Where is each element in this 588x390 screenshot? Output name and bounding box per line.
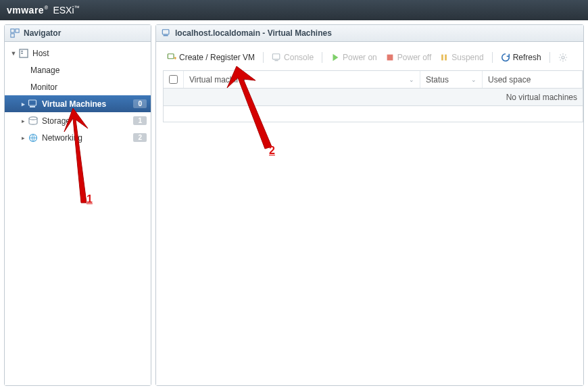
vm-table: Virtual machine ⌄ Status ⌄ Used space No… — [163, 70, 583, 122]
settings-button[interactable] — [554, 51, 572, 64]
collapse-icon[interactable]: ▼ — [9, 50, 18, 57]
nav-virtual-machines-label: Virtual Machines — [42, 99, 133, 109]
svg-rect-16 — [441, 55, 443, 61]
stop-icon — [385, 53, 395, 62]
svg-rect-7 — [30, 106, 35, 107]
checkbox[interactable] — [169, 75, 178, 84]
chevron-down-icon: ⌄ — [409, 76, 414, 83]
create-register-vm-label: Create / Register VM — [179, 53, 255, 62]
refresh-button[interactable]: Refresh — [497, 51, 545, 64]
col-name-header[interactable]: Virtual machine ⌄ — [184, 71, 420, 88]
svg-rect-5 — [21, 53, 23, 54]
toolbar-separator — [492, 52, 493, 63]
refresh-icon — [501, 53, 510, 62]
create-register-vm-button[interactable]: Create / Register VM — [163, 51, 259, 64]
nav-networking-count: 2 — [133, 133, 147, 142]
nav-virtual-machines[interactable]: ▸ Virtual Machines 0 — [5, 95, 151, 112]
power-off-label: Power off — [397, 53, 431, 62]
empty-text: No virtual machines — [506, 93, 577, 102]
expand-icon[interactable]: ▸ — [18, 135, 28, 141]
nav-virtual-machines-count: 0 — [133, 99, 147, 108]
svg-rect-15 — [387, 55, 393, 61]
console-button[interactable]: Console — [268, 51, 318, 64]
content-panel: localhost.localdomain - Virtual Machines… — [155, 24, 584, 386]
console-icon — [272, 53, 281, 62]
refresh-label: Refresh — [513, 53, 541, 62]
vm-icon — [162, 28, 171, 38]
nav-monitor-label: Monitor — [30, 82, 147, 92]
col-status-header[interactable]: Status ⌄ — [420, 71, 483, 88]
navigator-header: Navigator — [5, 25, 151, 42]
vm-toolbar: Create / Register VM Console Power on Po… — [156, 49, 583, 70]
brand-vmware: vmware® ESXi™ — [7, 5, 80, 16]
navigator-tree: ▼ Host Manage Monitor ▸ Virtual Machines… — [5, 42, 151, 385]
toolbar-separator — [549, 52, 550, 63]
svg-rect-12 — [168, 54, 174, 59]
power-off-button[interactable]: Power off — [381, 51, 435, 64]
nav-host-label: Host — [32, 49, 147, 58]
nav-manage[interactable]: Manage — [5, 62, 151, 78]
col-name-label: Virtual machine — [189, 75, 245, 84]
expand-icon[interactable]: ▸ — [18, 101, 28, 107]
suspend-button[interactable]: Suspend — [435, 51, 487, 64]
gear-icon — [558, 53, 568, 62]
navigator-title: Navigator — [24, 28, 61, 38]
col-space-header[interactable]: Used space — [483, 71, 583, 88]
content-title: localhost.localdomain - Virtual Machines — [175, 28, 332, 38]
nav-manage-label: Manage — [30, 66, 147, 75]
pause-icon — [439, 53, 449, 62]
power-on-label: Power on — [343, 53, 377, 62]
svg-rect-17 — [445, 55, 447, 61]
svg-rect-14 — [274, 60, 278, 61]
select-all-checkbox[interactable] — [164, 71, 184, 88]
storage-icon — [28, 116, 39, 126]
svg-rect-0 — [11, 29, 14, 32]
content-header: localhost.localdomain - Virtual Machines — [156, 25, 583, 42]
svg-point-8 — [29, 116, 37, 119]
host-icon — [18, 48, 29, 59]
expand-icon[interactable]: ▸ — [18, 118, 28, 124]
create-vm-icon — [167, 53, 176, 62]
col-status-label: Status — [426, 75, 449, 84]
nav-storage-count: 1 — [133, 116, 147, 125]
console-label: Console — [284, 53, 314, 62]
svg-rect-6 — [29, 100, 36, 105]
svg-rect-10 — [162, 30, 169, 34]
play-icon — [330, 53, 340, 62]
svg-rect-1 — [16, 29, 19, 32]
top-bar: vmware® ESXi™ — [0, 0, 588, 20]
nav-host[interactable]: ▼ Host — [5, 45, 151, 62]
nav-monitor[interactable]: Monitor — [5, 78, 151, 95]
vm-table-empty-row: No virtual machines — [163, 89, 583, 106]
vm-table-blank-row — [163, 106, 583, 122]
vm-table-header: Virtual machine ⌄ Status ⌄ Used space — [163, 70, 583, 89]
svg-rect-4 — [21, 51, 23, 52]
svg-point-18 — [562, 56, 564, 59]
network-icon — [28, 132, 39, 143]
svg-rect-13 — [272, 54, 280, 59]
toolbar-separator — [322, 52, 322, 63]
navigator-panel: Navigator ▼ Host Manage Monitor ▸ Virtua… — [4, 24, 151, 386]
nav-storage-label: Storage — [42, 116, 133, 126]
svg-rect-11 — [164, 35, 168, 36]
svg-rect-2 — [11, 34, 14, 37]
suspend-label: Suspend — [451, 53, 483, 62]
nav-networking[interactable]: ▸ Networking 2 — [5, 129, 151, 146]
chevron-down-icon: ⌄ — [471, 76, 476, 83]
svg-rect-3 — [20, 49, 28, 57]
toolbar-separator — [263, 52, 264, 63]
power-on-button[interactable]: Power on — [326, 51, 381, 64]
content-body: Create / Register VM Console Power on Po… — [156, 42, 583, 385]
vm-icon — [28, 99, 39, 109]
nav-networking-label: Networking — [42, 133, 133, 143]
col-space-label: Used space — [488, 75, 531, 84]
nav-storage[interactable]: ▸ Storage 1 — [5, 112, 151, 129]
navigator-icon — [10, 28, 20, 38]
